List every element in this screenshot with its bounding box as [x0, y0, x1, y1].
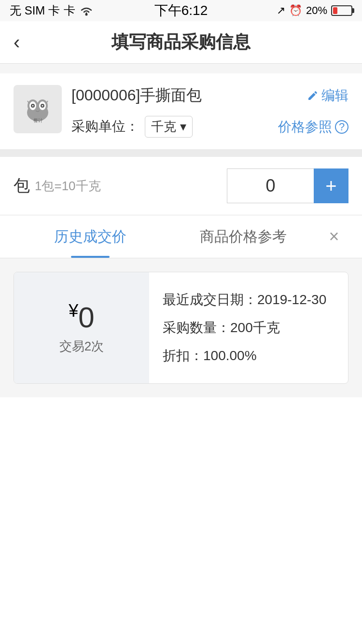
tab-active-indicator	[71, 256, 110, 258]
close-icon: ×	[329, 226, 339, 247]
battery-percent: 20%	[306, 4, 327, 17]
price-amount-display: ¥0	[69, 301, 94, 334]
quantity-unit-info: 包 1包=10千克	[14, 175, 101, 197]
svg-point-0	[85, 14, 88, 16]
owl-icon: 餐计	[21, 92, 55, 126]
recent-date-row: 最近成交日期：2019-12-30	[163, 290, 334, 310]
tab-history-label: 历史成交价	[54, 227, 126, 247]
product-header: 餐计 [0000006]手撕面包 编辑 采购单位： 千克 ▾	[14, 85, 348, 138]
currency-symbol: ¥	[69, 301, 78, 321]
purchase-quantity-value: 200千克	[230, 320, 280, 335]
svg-point-9	[42, 105, 43, 107]
back-button[interactable]: ‹	[14, 31, 20, 53]
tab-product-price-label: 商品价格参考	[200, 227, 287, 247]
location-icon: ↗	[277, 4, 285, 17]
transaction-count: 交易2次	[59, 338, 104, 355]
price-ref-label: 价格参照	[278, 118, 332, 136]
status-right: ↗ ⏰ 20%	[277, 4, 352, 17]
plus-icon: +	[325, 175, 336, 197]
product-name: [0000006]手撕面包	[71, 85, 202, 106]
discount-label: 折扣：	[163, 348, 203, 363]
quantity-controls: 0 +	[227, 168, 348, 203]
product-unit-row: 采购单位： 千克 ▾ 价格参照 ?	[71, 116, 348, 138]
quantity-value: 0	[265, 176, 275, 196]
section-divider	[0, 149, 362, 157]
unit-value: 千克	[151, 118, 176, 135]
help-icon: ?	[335, 120, 348, 134]
unit-section: 采购单位： 千克 ▾	[71, 116, 193, 138]
tabs-section: 历史成交价 商品价格参考 × ¥0 交易2次 最近成交日期：2019-12-30	[0, 215, 362, 397]
tab-history-price[interactable]: 历史成交价	[14, 215, 167, 258]
edit-button[interactable]: 编辑	[307, 86, 348, 105]
content-area	[0, 397, 362, 644]
tabs-header: 历史成交价 商品价格参考 ×	[0, 215, 362, 258]
edit-icon	[307, 90, 319, 101]
status-time: 下午6:12	[154, 1, 208, 20]
price-summary: ¥0 交易2次	[14, 272, 149, 383]
nav-bar: ‹ 填写商品采购信息	[0, 21, 362, 64]
purchase-quantity-row: 采购数量：200千克	[163, 318, 334, 338]
price-value: 0	[78, 301, 94, 334]
discount-value: 100.00%	[203, 348, 257, 363]
recent-date-value: 2019-12-30	[257, 292, 326, 307]
unit-select-dropdown[interactable]: 千克 ▾	[145, 116, 193, 138]
product-info: [0000006]手撕面包 编辑 采购单位： 千克 ▾ 价格	[71, 85, 348, 138]
status-left: 无 SIM 卡 卡	[10, 3, 94, 18]
price-card: ¥0 交易2次 最近成交日期：2019-12-30 采购数量：200千克 折扣：…	[14, 272, 348, 384]
price-reference-button[interactable]: 价格参照 ?	[278, 118, 348, 136]
unit-conversion: 1包=10千克	[35, 178, 101, 195]
svg-text:餐计: 餐计	[33, 118, 43, 123]
recent-date-label: 最近成交日期：	[163, 292, 257, 307]
battery-indicator	[331, 5, 352, 16]
svg-point-8	[32, 105, 34, 107]
price-details: 最近成交日期：2019-12-30 采购数量：200千克 折扣：100.00%	[149, 272, 348, 383]
product-card: 餐计 [0000006]手撕面包 编辑 采购单位： 千克 ▾	[0, 73, 362, 149]
quantity-plus-button[interactable]: +	[314, 168, 348, 203]
discount-row: 折扣：100.00%	[163, 346, 334, 366]
alarm-icon: ⏰	[289, 4, 302, 17]
tab-product-price-ref[interactable]: 商品价格参考	[167, 215, 320, 258]
status-bar: 无 SIM 卡 卡 下午6:12 ↗ ⏰ 20%	[0, 0, 362, 21]
product-thumbnail: 餐计	[14, 85, 62, 133]
price-card-container: ¥0 交易2次 最近成交日期：2019-12-30 采购数量：200千克 折扣：…	[0, 258, 362, 397]
quantity-input[interactable]: 0	[227, 168, 314, 203]
product-title-row: [0000006]手撕面包 编辑	[71, 85, 348, 106]
close-button[interactable]: ×	[320, 222, 348, 251]
page-title: 填写商品采购信息	[111, 30, 251, 54]
purchase-quantity-label: 采购数量：	[163, 320, 230, 335]
purchase-unit-label: 采购单位：	[71, 119, 139, 134]
wifi-icon	[79, 5, 94, 16]
edit-label: 编辑	[321, 86, 348, 105]
chevron-down-icon: ▾	[180, 119, 186, 134]
carrier-text: 无 SIM 卡	[10, 3, 60, 18]
unit-badge: 包	[14, 175, 30, 197]
quantity-row: 包 1包=10千克 0 +	[0, 157, 362, 215]
sim-card-icon: 卡	[64, 3, 75, 18]
